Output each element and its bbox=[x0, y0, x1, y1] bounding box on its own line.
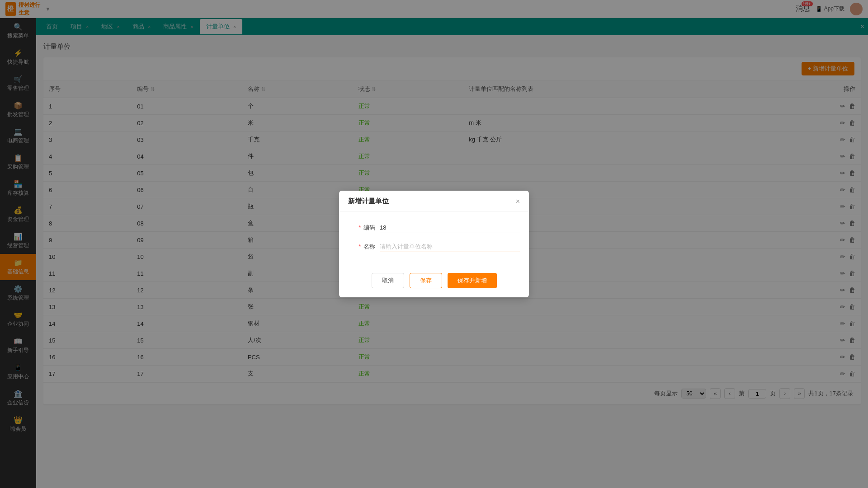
modal-overlay: 新增计量单位 × * 编码 * 名称 取消 保存 保存并新增 bbox=[0, 0, 868, 488]
modal-body: * 编码 * 名称 bbox=[339, 211, 529, 267]
form-row-name: * 名称 bbox=[348, 241, 520, 252]
modal-header: 新增计量单位 × bbox=[339, 191, 529, 211]
code-label: * 编码 bbox=[348, 224, 375, 232]
save-button[interactable]: 保存 bbox=[410, 273, 442, 288]
form-row-code: * 编码 bbox=[348, 222, 520, 233]
save-and-add-button[interactable]: 保存并新增 bbox=[448, 273, 497, 288]
modal-close-button[interactable]: × bbox=[516, 197, 520, 206]
modal-footer: 取消 保存 保存并新增 bbox=[339, 267, 529, 297]
name-label: * 名称 bbox=[348, 243, 375, 251]
modal-title: 新增计量单位 bbox=[348, 197, 389, 206]
code-input[interactable] bbox=[380, 222, 520, 233]
name-input[interactable] bbox=[380, 241, 520, 252]
add-unit-modal: 新增计量单位 × * 编码 * 名称 取消 保存 保存并新增 bbox=[339, 191, 529, 297]
code-required-mark: * bbox=[359, 224, 361, 231]
name-required-mark: * bbox=[359, 243, 361, 250]
cancel-button[interactable]: 取消 bbox=[372, 273, 404, 288]
